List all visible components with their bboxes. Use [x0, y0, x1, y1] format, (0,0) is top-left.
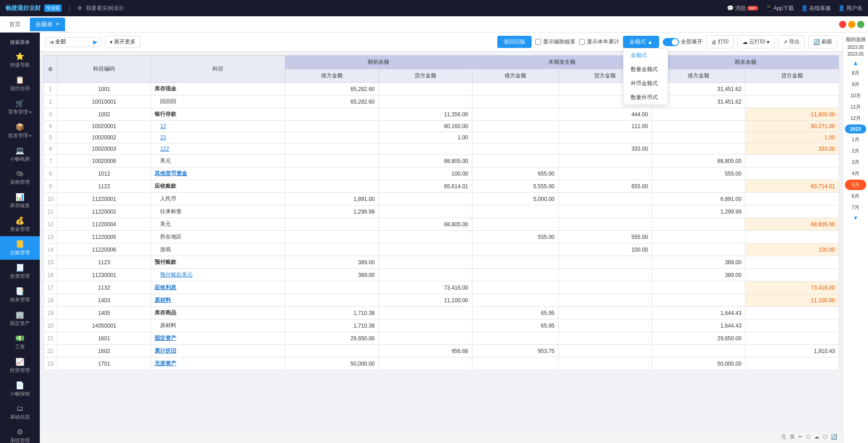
- amount-mode-option-qty-amount[interactable]: 数量金额式: [623, 62, 668, 76]
- sidebar-item-operation[interactable]: 📈 经营管理: [0, 354, 40, 377]
- period-2[interactable]: 2月: [845, 146, 866, 156]
- account-name-cell[interactable]: 固定资产: [151, 332, 285, 345]
- print-btn[interactable]: 🖨 打印: [706, 35, 734, 48]
- cloud-print-btn[interactable]: ☁ 云打印 ▾: [737, 35, 774, 48]
- amount-mode-btn[interactable]: 金额式 ▲: [623, 36, 659, 48]
- app-download-btn[interactable]: 📱 App下载: [765, 5, 794, 12]
- back-old-version-btn[interactable]: 退回旧版: [497, 36, 532, 48]
- period-9[interactable]: 9月: [845, 79, 866, 90]
- end_credit-cell: [745, 231, 839, 243]
- account-name-cell[interactable]: 其他货币资金: [151, 167, 285, 180]
- sidebar-item-quick-nav[interactable]: ⭐ 快捷导航: [0, 48, 40, 72]
- show-aux-checkbox[interactable]: [535, 39, 541, 45]
- expand-more-btn[interactable]: ▾ 展开更多: [105, 36, 141, 48]
- window-min-btn[interactable]: [848, 21, 855, 28]
- period-2023-year[interactable]: 2023: [845, 124, 866, 133]
- period-3[interactable]: 3月: [845, 157, 866, 167]
- sidebar-item-capital[interactable]: 💰 资金管理: [0, 213, 40, 236]
- end_debit-cell: [652, 281, 745, 294]
- search-input[interactable]: [55, 39, 91, 45]
- refresh-btn[interactable]: 🔄 刷新: [808, 35, 837, 48]
- export-btn[interactable]: ↗ 导出: [778, 35, 805, 48]
- amount-mode-option-amount[interactable]: 金额式: [623, 48, 668, 62]
- period-8[interactable]: 8月: [845, 68, 866, 78]
- table-row: 231701无形资产50,000.0050,000.00: [44, 357, 839, 370]
- toggle-switch[interactable]: [663, 38, 679, 46]
- row-number: 7: [44, 155, 57, 167]
- account-name-cell[interactable]: 预付账款美元: [151, 269, 285, 281]
- show-aux-label[interactable]: 显示辅助核算: [535, 38, 576, 46]
- sidebar-item-report[interactable]: 📄 小畅报销: [0, 377, 40, 401]
- sidebar: 搜索菜单 ⭐ 快捷导航 📋 项目合同 🛒 零售管理 ▾ 📦 批发管理 ▾ 💻 小…: [0, 33, 40, 443]
- amount-mode-option-qty-foreign[interactable]: 数量外币式: [623, 91, 668, 105]
- period-5[interactable]: 5月: [845, 180, 866, 190]
- sidebar-item-salary[interactable]: 💵 工资: [0, 330, 40, 354]
- bottom-icon-edit[interactable]: ✏: [798, 434, 802, 440]
- online-service-btn[interactable]: 👤 在线客服: [801, 5, 831, 12]
- chevron-down-icon: ▾: [110, 39, 113, 45]
- show-ytd-checkbox[interactable]: [579, 39, 585, 45]
- sidebar-search[interactable]: 搜索菜单: [0, 36, 40, 48]
- sidebar-item-inventory[interactable]: 📊 库存核算: [0, 189, 40, 213]
- end_credit-cell: 73,416.00: [745, 281, 839, 294]
- expand-all-toggle[interactable]: 全部展开: [663, 38, 703, 46]
- period-10[interactable]: 10月: [845, 91, 866, 101]
- sidebar-item-system[interactable]: ⚙ 系统管理: [0, 424, 40, 443]
- sidebar-item-ecommerce[interactable]: 💻 小畅电商: [0, 143, 40, 166]
- amount-mode-dropdown[interactable]: 金额式 ▲ 金额式 数量金额式 外币金额式 数量外币式: [623, 36, 659, 48]
- period-1[interactable]: 1月: [845, 134, 866, 145]
- account-name-cell[interactable]: 23: [151, 132, 285, 143]
- end_debit-cell: [652, 132, 745, 143]
- sidebar-item-accounting[interactable]: 📒 总账管理: [0, 236, 40, 260]
- tab-balance[interactable]: 余额表 ✕: [30, 18, 65, 31]
- sidebar-item-project[interactable]: 📋 项目合同: [0, 72, 40, 95]
- period-4[interactable]: 4月: [845, 168, 866, 179]
- period-12[interactable]: 12月: [845, 113, 866, 124]
- demo-link[interactable]: 我要看实例演示: [86, 5, 124, 12]
- show-ytd-label[interactable]: 显示本年累计: [579, 38, 619, 46]
- message-btn[interactable]: 💬 消息 99+: [727, 5, 758, 12]
- account-name-cell[interactable]: 应收利息: [151, 281, 285, 294]
- sidebar-item-base[interactable]: 🗂 基础信息: [0, 401, 40, 424]
- sidebar-item-tax[interactable]: 📑 税务管理: [0, 283, 40, 307]
- window-close-btn[interactable]: [839, 21, 846, 28]
- bottom-icon-yuan[interactable]: 元: [781, 433, 786, 440]
- settings-icon[interactable]: ⚙: [77, 5, 82, 11]
- period-up-nav[interactable]: ▲: [852, 58, 860, 67]
- account-name-cell[interactable]: 122: [151, 143, 285, 155]
- account-code-cell: 1001: [57, 83, 151, 95]
- bottom-icon-hex1[interactable]: ⬡: [806, 434, 811, 440]
- sidebar-item-purchase[interactable]: 🛍 采购管理: [0, 166, 40, 189]
- user-btn[interactable]: 👤 用户名: [838, 5, 863, 12]
- period-7[interactable]: 7月: [845, 202, 866, 213]
- settings-icon[interactable]: ⚙: [48, 66, 53, 72]
- ob_debit-cell: [285, 155, 378, 167]
- tab-close-icon[interactable]: ✕: [56, 21, 60, 27]
- tab-home[interactable]: 首页: [4, 18, 26, 31]
- curr_debit-cell: 953.75: [472, 345, 558, 357]
- sidebar-item-wholesale[interactable]: 📦 批发管理 ▾: [0, 119, 40, 143]
- account-name-cell[interactable]: 累计折旧: [151, 345, 285, 357]
- window-max-btn[interactable]: [857, 21, 864, 28]
- account-name-cell[interactable]: 12: [151, 121, 285, 132]
- chevron-down-icon: ▾: [767, 39, 769, 45]
- bottom-icon-hex2[interactable]: ⬡: [823, 434, 827, 440]
- sidebar-item-fixed[interactable]: 🏢 固定资产: [0, 307, 40, 330]
- right-arrow-icon[interactable]: ▶: [93, 39, 97, 45]
- period-down-nav[interactable]: ▾: [853, 213, 858, 222]
- search-box[interactable]: ◀ ▶: [45, 37, 101, 47]
- sidebar-item-invoice[interactable]: 🧾 发票管理: [0, 260, 40, 283]
- account-name-cell[interactable]: 原材料: [151, 294, 285, 307]
- account-name-cell: 银行存款: [151, 108, 285, 121]
- sidebar-item-retail[interactable]: 🛒 零售管理 ▾: [0, 95, 40, 119]
- period-6[interactable]: 6月: [845, 191, 866, 201]
- end_credit-cell: [745, 307, 839, 319]
- amount-mode-option-foreign[interactable]: 外币金额式: [623, 76, 668, 91]
- account-name-cell[interactable]: 无形资产: [151, 357, 285, 370]
- left-arrow-icon[interactable]: ◀: [49, 39, 53, 45]
- table-row: 610020003122333.00333.00: [44, 143, 839, 155]
- bottom-icon-refresh[interactable]: 🔄: [831, 434, 837, 440]
- bottom-icon-en[interactable]: 英: [790, 433, 795, 440]
- bottom-icon-cloud[interactable]: ☁: [814, 434, 819, 440]
- period-11[interactable]: 11月: [845, 102, 866, 112]
